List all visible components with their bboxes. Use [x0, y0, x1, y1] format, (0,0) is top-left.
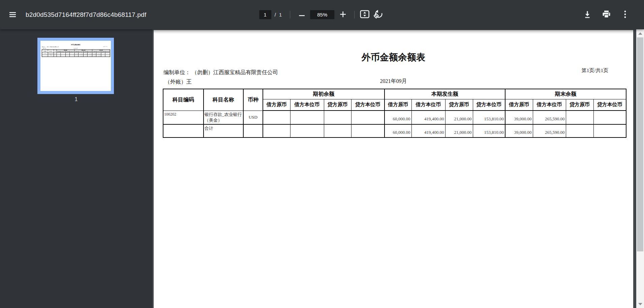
- cell-value: [566, 124, 593, 137]
- toolbar-actions: [581, 0, 632, 29]
- cell-account-code: 100202: [163, 111, 204, 124]
- document-filename: b2d0d535d7164ff28f7d7d86c4b68117.pdf: [26, 0, 146, 29]
- group-header-ending: 期末余额: [505, 89, 626, 99]
- table-total-row: 合计 60,000.00 419,400.00 21,000.00 153,81…: [163, 124, 626, 137]
- download-button[interactable]: [581, 8, 594, 22]
- sub-header: 贷方原币: [445, 99, 473, 111]
- prepared-by-line1: 编制单位： （勿删）江西服宝精品有限责任公司: [163, 69, 278, 76]
- cell-currency: USD: [243, 111, 263, 124]
- table-group-header-row: 科目编码 科目名称 币种 期初余额 本期发生额 期末余额: [163, 89, 626, 99]
- scroll-down-arrow-icon: [638, 303, 642, 305]
- cell-value: 265,590.00: [533, 124, 566, 137]
- minus-icon: [299, 12, 305, 17]
- page-thumbnail[interactable]: 外币金额余额表 编制单位： （勿删）江西服宝精品有限责任公司 （外账）王 202…: [37, 38, 114, 94]
- cell-value: [593, 124, 626, 137]
- cell-value: 39,000.00: [505, 124, 533, 137]
- scroll-up-arrow-icon: [638, 32, 642, 35]
- toolbar-divider: [354, 11, 355, 19]
- sub-header: 借方本位币: [290, 99, 324, 111]
- cell-value: [324, 111, 351, 124]
- cell-value: 60,000.00: [385, 111, 411, 124]
- cell-value: [263, 124, 290, 137]
- pdf-viewer-toolbar: b2d0d535d7164ff28f7d7d86c4b68117.pdf / 1…: [0, 0, 644, 29]
- zoom-in-button[interactable]: [336, 8, 349, 22]
- fit-page-icon: [360, 10, 369, 19]
- cell-value: 21,000.00: [445, 111, 473, 124]
- download-icon: [584, 10, 591, 19]
- sub-header: 贷方原币: [324, 99, 351, 111]
- cell-currency: [243, 124, 263, 137]
- thumbnail-page-preview: 外币金额余额表 编制单位： （勿删）江西服宝精品有限责任公司 （外账）王 202…: [40, 41, 111, 91]
- rotate-button[interactable]: [371, 8, 385, 22]
- sub-header: 借方原币: [505, 99, 533, 111]
- vertical-scrollbar[interactable]: [636, 29, 644, 308]
- document-viewport: 外币金额余额表 编制单位： （勿删）江西服宝精品有限责任公司 （外账）王 202…: [152, 29, 636, 308]
- cell-value: [324, 124, 351, 137]
- cell-value: [290, 124, 324, 137]
- cell-account-code: [163, 124, 204, 137]
- pdf-page: 外币金额余额表 编制单位： （勿删）江西服宝精品有限责任公司 （外账）王 202…: [154, 30, 633, 308]
- report-period: 2021年09月: [154, 78, 633, 85]
- more-options-button[interactable]: [618, 8, 632, 22]
- group-header-opening: 期初余额: [263, 89, 385, 99]
- cell-value: [566, 111, 593, 124]
- toolbar-divider: [290, 11, 290, 19]
- sub-header: 贷方原币: [566, 99, 593, 111]
- cell-value: 419,400.00: [411, 124, 445, 137]
- col-header-code: 科目编码: [163, 89, 204, 111]
- report-page-info: 第1页/共1页: [582, 67, 608, 74]
- sub-header: 借方原币: [263, 99, 290, 111]
- hamburger-icon: [9, 12, 16, 17]
- thumbnail-sidebar: 外币金额余额表 编制单位： （勿删）江西服宝精品有限责任公司 （外账）王 202…: [0, 29, 152, 308]
- thumbnail-page-number: 1: [0, 96, 152, 102]
- cell-value: [593, 111, 626, 124]
- group-header-current: 本期发生额: [385, 89, 505, 99]
- sub-header: 借方本位币: [411, 99, 445, 111]
- sub-header: 贷方本位币: [473, 99, 505, 111]
- cell-value: 153,810.00: [473, 111, 505, 124]
- fit-to-page-button[interactable]: [358, 8, 371, 22]
- sub-header: 贷方本位币: [351, 99, 385, 111]
- cell-total-label: 合计: [204, 124, 243, 137]
- report-title: 外币金额余额表: [154, 51, 633, 63]
- cell-value: [351, 111, 385, 124]
- kebab-menu-icon: [624, 10, 626, 19]
- scrollbar-thumb[interactable]: [637, 37, 643, 251]
- sub-header: 借方本位币: [533, 99, 566, 111]
- plus-icon: [340, 11, 346, 18]
- print-button[interactable]: [600, 8, 613, 22]
- page-number-input[interactable]: [259, 10, 271, 19]
- cell-value: 39,000.00: [505, 111, 533, 124]
- page-zoom-controls: / 1 85%: [259, 0, 385, 29]
- print-icon: [602, 10, 611, 19]
- scroll-up-button[interactable]: [636, 29, 644, 37]
- table-row: 100202 银行存款_农业银行（美金） USD 60,000.00 419,4…: [163, 111, 626, 124]
- sub-header: 贷方本位币: [593, 99, 626, 111]
- menu-button[interactable]: [5, 7, 20, 22]
- cell-value: 21,000.00: [445, 124, 473, 137]
- cell-value: [263, 111, 290, 124]
- cell-value: 419,400.00: [411, 111, 445, 124]
- balance-table: 科目编码 科目名称 币种 期初余额 本期发生额 期末余额 借方原币 借方本位币 …: [163, 89, 626, 138]
- sub-header: 借方原币: [385, 99, 411, 111]
- cell-value: 60,000.00: [385, 124, 411, 137]
- cell-value: [290, 111, 324, 124]
- cell-value: 265,590.00: [533, 111, 566, 124]
- page-separator: /: [275, 12, 276, 18]
- viewer-body: 外币金额余额表 编制单位： （勿删）江西服宝精品有限责任公司 （外账）王 202…: [0, 29, 644, 308]
- zoom-out-button[interactable]: [295, 8, 308, 22]
- rotate-counterclockwise-icon: [373, 9, 383, 20]
- page-total: 1: [279, 12, 282, 18]
- zoom-level-display[interactable]: 85%: [310, 10, 334, 19]
- cell-account-name: 银行存款_农业银行（美金）: [204, 111, 243, 124]
- scroll-down-button[interactable]: [636, 300, 644, 308]
- cell-value: [351, 124, 385, 137]
- col-header-currency: 币种: [243, 89, 263, 111]
- col-header-name: 科目名称: [204, 89, 243, 111]
- cell-value: 153,810.00: [473, 124, 505, 137]
